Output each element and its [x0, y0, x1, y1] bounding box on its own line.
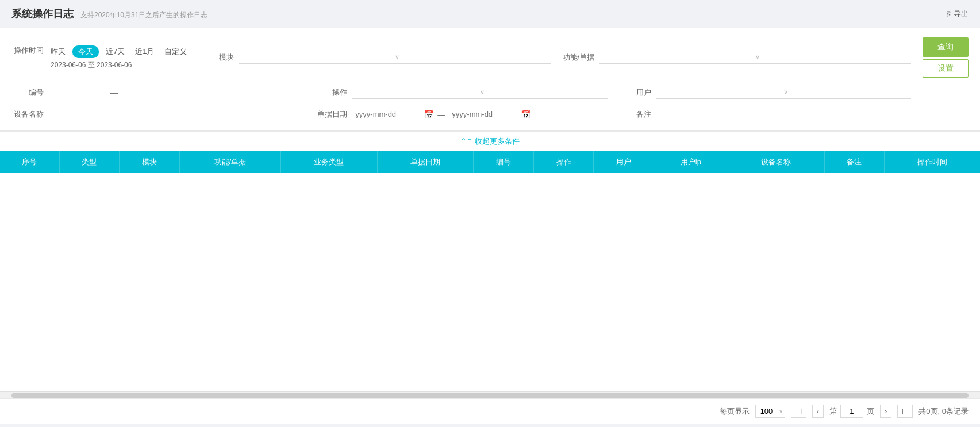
remark-label: 备注 — [619, 109, 651, 120]
op-chevron-icon: ∨ — [480, 89, 604, 96]
data-table: 序号类型模块功能/单据业务类型单据日期编号操作用户用户ip设备名称备注操作时间 — [0, 151, 980, 173]
filter-panel: 操作时间 昨天 今天 近7天 近1月 自定义 2023-06-06 至 2023… — [0, 28, 980, 131]
table-header-设备名称: 设备名称 — [728, 151, 824, 173]
collapse-icon: ⌃⌃ — [460, 137, 475, 145]
user-filter: 用户 ∨ — [619, 86, 911, 99]
filter-row-2: 编号 — 操作 ∨ 用户 ∨ — [11, 86, 969, 99]
op-select[interactable]: ∨ — [352, 86, 607, 99]
filter-row-1: 操作时间 昨天 今天 近7天 近1月 自定义 2023-06-06 至 2023… — [11, 37, 969, 78]
time-filter: 操作时间 昨天 今天 近7天 近1月 自定义 2023-06-06 至 2023… — [11, 45, 190, 70]
user-label: 用户 — [619, 87, 651, 98]
page-size-label: 每页显示 — [720, 406, 750, 417]
module-select[interactable]: ∨ — [239, 51, 551, 64]
code-input-to[interactable] — [122, 86, 191, 99]
device-filter: 设备名称 — [11, 107, 303, 121]
table-header-类型: 类型 — [59, 151, 119, 173]
export-button[interactable]: ⎘ 导出 — [947, 9, 969, 19]
time-btn-1month[interactable]: 近1月 — [132, 45, 157, 58]
code-filter: 编号 — — [11, 86, 303, 99]
module-label: 模块 — [202, 52, 234, 63]
time-btn-today[interactable]: 今天 — [72, 45, 99, 58]
time-btn-custom[interactable]: 自定义 — [161, 45, 190, 58]
time-btn-7days[interactable]: 近7天 — [102, 45, 128, 58]
docdate-filter: 单据日期 📅 — 📅 — [315, 107, 607, 121]
func-chevron-icon: ∨ — [755, 53, 908, 61]
page-size-select[interactable]: 100 50 200 — [755, 405, 785, 418]
device-label: 设备名称 — [11, 109, 44, 120]
func-filter: 功能/单据 ∨ — [562, 51, 911, 64]
table-header-操作时间: 操作时间 — [884, 151, 980, 173]
filter-row-3: 设备名称 单据日期 📅 — 📅 备注 — [11, 107, 969, 121]
module-filter: 模块 ∨ — [202, 51, 551, 64]
op-filter: 操作 ∨ — [315, 86, 607, 99]
code-input-from[interactable] — [48, 86, 106, 99]
table-header-操作: 操作 — [533, 151, 593, 173]
next-page-button[interactable]: › — [880, 405, 891, 418]
op-label: 操作 — [315, 87, 347, 98]
export-icon: ⎘ — [947, 10, 951, 18]
total-info: 共0页, 0条记录 — [918, 406, 969, 417]
remark-filter: 备注 — [619, 107, 911, 121]
func-select[interactable]: ∨ — [599, 51, 911, 64]
calendar-from-icon[interactable]: 📅 — [424, 110, 434, 119]
page-current: 第 页 — [829, 405, 874, 418]
pagination-bar: 每页显示 100 50 200 ⊣ ‹ 第 页 › ⊢ 共0页, 0条记录 — [0, 398, 980, 424]
device-input[interactable] — [48, 107, 303, 121]
setting-button[interactable]: 设置 — [923, 59, 969, 78]
table-header-单据日期: 单据日期 — [377, 151, 474, 173]
last-page-button[interactable]: ⊢ — [897, 405, 913, 418]
query-button[interactable]: 查询 — [923, 37, 969, 57]
table-header-序号: 序号 — [0, 151, 59, 173]
scrollbar-area[interactable] — [0, 391, 980, 398]
module-chevron-icon: ∨ — [395, 53, 547, 61]
table-container: 序号类型模块功能/单据业务类型单据日期编号操作用户用户ip设备名称备注操作时间 — [0, 151, 980, 391]
calendar-to-icon[interactable]: 📅 — [521, 110, 531, 119]
page-subtitle: 支持2020年10月31日之后产生的操作日志 — [80, 10, 207, 20]
collapse-bar[interactable]: ⌃⌃ 收起更多条件 — [0, 131, 980, 151]
func-label: 功能/单据 — [562, 52, 594, 63]
table-header-编号: 编号 — [474, 151, 533, 173]
table-header-模块: 模块 — [120, 151, 179, 173]
docdate-from-input[interactable] — [352, 107, 421, 121]
docdate-to-input[interactable] — [448, 107, 517, 121]
page-title: 系统操作日志 — [11, 7, 74, 21]
page-size-wrapper: 100 50 200 — [755, 405, 785, 418]
scrollbar-thumb[interactable] — [11, 393, 969, 398]
table-header-用户: 用户 — [594, 151, 654, 173]
time-btn-yesterday[interactable]: 昨天 — [47, 45, 69, 58]
code-label: 编号 — [11, 87, 44, 98]
remark-input[interactable] — [656, 107, 911, 121]
time-label: 操作时间 — [11, 45, 44, 56]
first-page-button[interactable]: ⊣ — [791, 405, 806, 418]
user-select[interactable]: ∨ — [656, 86, 911, 99]
table-header-功能/单据: 功能/单据 — [179, 151, 280, 173]
table-header-备注: 备注 — [824, 151, 884, 173]
prev-page-button[interactable]: ‹ — [812, 405, 824, 418]
empty-area — [0, 173, 980, 391]
table-header-用户ip: 用户ip — [654, 151, 728, 173]
user-chevron-icon: ∨ — [783, 89, 908, 96]
action-buttons: 查询 设置 — [923, 37, 969, 78]
table-header-row: 序号类型模块功能/单据业务类型单据日期编号操作用户用户ip设备名称备注操作时间 — [0, 151, 980, 173]
page-number-input[interactable] — [840, 405, 863, 418]
table-header-业务类型: 业务类型 — [281, 151, 378, 173]
docdate-label: 单据日期 — [315, 109, 347, 120]
time-date-range: 2023-06-06 至 2023-06-06 — [51, 60, 190, 70]
page-header: 系统操作日志 支持2020年10月31日之后产生的操作日志 ⎘ 导出 — [0, 0, 980, 28]
